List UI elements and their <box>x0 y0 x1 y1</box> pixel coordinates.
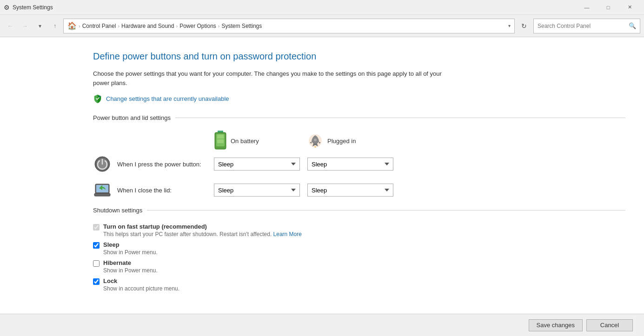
lid-on-battery-select[interactable]: Sleep Do nothing Hibernate Shut down <box>214 184 300 197</box>
on-battery-label: On battery <box>231 138 259 145</box>
svg-rect-0 <box>218 131 223 132</box>
hibernate-checkbox[interactable] <box>93 260 100 267</box>
fast-startup-checkbox[interactable] <box>93 224 100 231</box>
breadcrumb-control-panel[interactable]: Control Panel <box>82 23 116 29</box>
svg-rect-11 <box>94 193 110 196</box>
hibernate-row: Hibernate Show in Power menu. <box>93 259 446 274</box>
power-button-icon-wrap <box>93 155 112 173</box>
lock-content: Lock Show in account picture menu. <box>103 277 179 292</box>
hibernate-desc: Show in Power menu. <box>103 267 158 274</box>
power-button-section-header: Power button and lid settings <box>93 114 625 121</box>
change-settings-link-row: Change settings that are currently unava… <box>93 94 625 103</box>
power-button-label: When I press the power button: <box>117 161 214 168</box>
power-button-section-title: Power button and lid settings <box>93 114 171 121</box>
lock-label: Lock <box>103 277 117 284</box>
svg-point-6 <box>314 138 317 141</box>
breadcrumb-sep-0: › <box>79 23 80 29</box>
fast-startup-desc: This helps start your PC faster after sh… <box>103 231 302 237</box>
fast-startup-content: Turn on fast startup (recommended) This … <box>103 223 302 237</box>
power-button-plugged-in-select[interactable]: Sleep Do nothing Hibernate Shut down Tur… <box>307 158 393 171</box>
breadcrumb-sep-3: › <box>218 23 220 29</box>
power-table-header: On battery Plugged in <box>93 131 625 151</box>
minimize-button[interactable]: — <box>576 0 598 15</box>
title-bar-left: ⚙ System Settings <box>4 4 53 11</box>
learn-more-link[interactable]: Learn More <box>273 231 302 237</box>
sleep-row: Sleep Show in Power menu. <box>93 241 446 256</box>
plugged-in-label: Plugged in <box>327 138 356 145</box>
breadcrumb-sep-2: › <box>176 23 178 29</box>
sleep-desc: Show in Power menu. <box>103 249 158 256</box>
refresh-button[interactable]: ↻ <box>517 19 531 33</box>
main-content: Define power buttons and turn on passwor… <box>0 37 644 314</box>
power-button-on-battery-select[interactable]: Sleep Do nothing Hibernate Shut down Tur… <box>214 158 300 171</box>
lock-checkbox[interactable] <box>93 278 100 285</box>
footer: Save changes Cancel <box>0 314 644 336</box>
sleep-checkbox[interactable] <box>93 242 100 249</box>
change-settings-anchor[interactable]: Change settings that are currently unava… <box>106 95 229 102</box>
section-divider <box>175 118 625 118</box>
plugged-in-icon <box>307 132 324 149</box>
shutdown-section-divider <box>147 210 625 211</box>
lid-icon-wrap <box>93 181 112 199</box>
breadcrumb-sep-1: › <box>118 23 120 29</box>
lid-label: When I close the lid: <box>117 187 214 194</box>
search-icon: 🔍 <box>629 22 636 29</box>
search-input[interactable] <box>538 23 626 29</box>
hibernate-label: Hibernate <box>103 259 131 266</box>
close-button[interactable]: ✕ <box>619 0 640 15</box>
window-icon: ⚙ <box>4 4 10 11</box>
breadcrumb-current: System Settings <box>222 23 262 29</box>
lid-plugged-in-select[interactable]: Sleep Do nothing Hibernate Shut down <box>307 184 393 197</box>
maximize-button[interactable]: □ <box>598 0 619 15</box>
battery-icon <box>214 131 227 151</box>
cancel-button[interactable]: Cancel <box>586 319 633 331</box>
shutdown-section-header: Shutdown settings <box>93 207 625 214</box>
hibernate-content: Hibernate Show in Power menu. <box>103 259 158 274</box>
sleep-content: Sleep Show in Power menu. <box>103 241 158 256</box>
lock-row: Lock Show in account picture menu. <box>93 277 446 292</box>
plugged-in-column-header: Plugged in <box>307 132 400 149</box>
folder-icon: 🏠 <box>67 21 77 30</box>
page-title: Define power buttons and turn on passwor… <box>93 51 625 62</box>
lock-desc: Show in account picture menu. <box>103 285 179 292</box>
lid-icon <box>93 181 111 199</box>
recent-button[interactable]: ▾ <box>33 20 46 33</box>
forward-button[interactable]: → <box>19 20 32 33</box>
power-button-row: When I press the power button: Sleep Do … <box>93 155 625 173</box>
address-bar: ← → ▾ ↑ 🏠 › Control Panel › Hardware and… <box>0 15 644 37</box>
svg-rect-3 <box>217 135 224 138</box>
save-changes-button[interactable]: Save changes <box>529 319 583 331</box>
back-button[interactable]: ← <box>4 20 17 33</box>
search-bar: 🔍 <box>533 19 640 33</box>
svg-rect-4 <box>217 139 224 143</box>
breadcrumb-power-options[interactable]: Power Options <box>179 23 216 29</box>
shutdown-section-title: Shutdown settings <box>93 207 142 214</box>
sleep-label: Sleep <box>103 241 120 248</box>
breadcrumb-bar: 🏠 › Control Panel › Hardware and Sound ›… <box>63 19 515 33</box>
breadcrumb-hardware-sound[interactable]: Hardware and Sound <box>121 23 174 29</box>
lid-row: When I close the lid: Sleep Do nothing H… <box>93 181 625 199</box>
fast-startup-row: Turn on fast startup (recommended) This … <box>93 223 446 237</box>
breadcrumb-expand-icon[interactable]: ▾ <box>508 23 511 28</box>
up-button[interactable]: ↑ <box>48 20 61 33</box>
title-bar: ⚙ System Settings — □ ✕ <box>0 0 644 15</box>
shutdown-settings: Turn on fast startup (recommended) This … <box>93 223 446 292</box>
shield-icon <box>93 94 102 103</box>
page-description: Choose the power settings that you want … <box>93 69 442 87</box>
power-button-icon <box>94 156 111 172</box>
window-title: System Settings <box>13 4 53 11</box>
fast-startup-label: Turn on fast startup (recommended) <box>103 223 207 230</box>
title-bar-controls: — □ ✕ <box>576 0 640 15</box>
on-battery-column-header: On battery <box>214 131 307 151</box>
